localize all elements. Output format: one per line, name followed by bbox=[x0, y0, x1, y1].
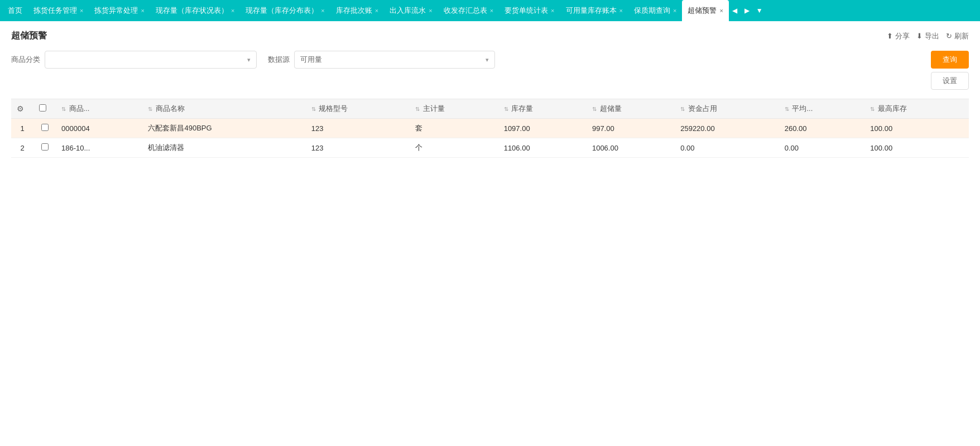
chevron-down-icon: ▾ bbox=[486, 56, 489, 64]
nav-next-arrow[interactable]: ▶ bbox=[741, 0, 753, 21]
export-button[interactable]: ⬇ 导出 bbox=[916, 31, 939, 41]
sort-icon: ⇅ bbox=[785, 106, 789, 112]
select-all-checkbox[interactable] bbox=[39, 104, 46, 112]
close-icon[interactable]: × bbox=[673, 7, 676, 14]
nav-order-stats[interactable]: 要货单统计表× bbox=[499, 0, 560, 21]
share-icon: ⬆ bbox=[887, 32, 893, 40]
cell-unit: 套 bbox=[410, 119, 498, 138]
refresh-button[interactable]: ↻ 刷新 bbox=[946, 31, 969, 41]
table-row: 1 0000004 六配套新昌490BPG 123 套 1097.00 997.… bbox=[11, 119, 969, 138]
sort-icon: ⇅ bbox=[870, 106, 875, 112]
close-icon[interactable]: × bbox=[429, 7, 432, 14]
sort-icon: ⇅ bbox=[148, 106, 152, 112]
row-checkbox[interactable] bbox=[41, 143, 49, 151]
cell-avg: 0.00 bbox=[779, 138, 865, 158]
close-icon[interactable]: × bbox=[321, 7, 324, 14]
title-actions: ⬆ 分享 ⬇ 导出 ↻ 刷新 bbox=[887, 31, 969, 41]
table-row: 2 186-10... 机油滤清器 123 个 1106.00 1006.00 … bbox=[11, 138, 969, 158]
sort-icon: ⇅ bbox=[311, 106, 316, 112]
nav-inout-flow[interactable]: 出入库流水× bbox=[384, 0, 438, 21]
cell-product-name: 六配套新昌490BPG bbox=[142, 119, 305, 138]
row-number: 1 bbox=[11, 119, 33, 138]
export-icon: ⬇ bbox=[916, 32, 923, 40]
cell-avg: 260.00 bbox=[779, 119, 865, 138]
close-icon[interactable]: × bbox=[619, 7, 623, 14]
nav-pick-exception[interactable]: 拣货异常处理× bbox=[89, 0, 150, 21]
data-table: ⚙ ⇅ 商品... ⇅ 商品名称 ⇅ 规格型号 ⇅ bbox=[11, 99, 969, 158]
col-product-code[interactable]: ⇅ 商品... bbox=[56, 99, 142, 119]
header-gear[interactable]: ⚙ bbox=[11, 99, 33, 119]
col-spec[interactable]: ⇅ 规格型号 bbox=[306, 99, 410, 119]
row-checkbox-cell[interactable] bbox=[33, 138, 56, 158]
cell-capital: 0.00 bbox=[675, 138, 779, 158]
page-title: 超储预警 bbox=[11, 30, 47, 42]
close-icon[interactable]: × bbox=[80, 7, 83, 14]
cell-stock: 1097.00 bbox=[498, 119, 587, 138]
nav-summary[interactable]: 收发存汇总表× bbox=[438, 0, 499, 21]
row-checkbox-cell[interactable] bbox=[33, 119, 56, 138]
cell-capital: 259220.00 bbox=[675, 119, 779, 138]
col-capital[interactable]: ⇅ 资金占用 bbox=[675, 99, 779, 119]
filter-row: 商品分类 ▾ 数据源 可用量 ▾ bbox=[11, 51, 922, 69]
nav-prev-arrow[interactable]: ◀ bbox=[729, 0, 741, 21]
refresh-icon: ↻ bbox=[946, 32, 952, 40]
nav-quality-query[interactable]: 保质期查询× bbox=[628, 0, 682, 21]
page-title-row: 超储预警 ⬆ 分享 ⬇ 导出 ↻ 刷新 bbox=[11, 30, 969, 42]
category-filter-group: 商品分类 ▾ bbox=[11, 51, 257, 69]
row-checkbox[interactable] bbox=[41, 124, 49, 131]
sort-icon: ⇅ bbox=[680, 106, 685, 112]
nav-stock-status[interactable]: 现存量（库存状况表）× bbox=[150, 0, 240, 21]
nav-overstock-warning[interactable]: 超储预警× bbox=[682, 0, 728, 21]
category-select[interactable]: ▾ bbox=[45, 51, 257, 69]
close-icon[interactable]: × bbox=[375, 7, 378, 14]
col-overstock[interactable]: ⇅ 超储量 bbox=[587, 99, 675, 119]
nav-pick-task[interactable]: 拣货任务管理× bbox=[28, 0, 89, 21]
settings-button[interactable]: 设置 bbox=[931, 72, 969, 90]
header-checkbox[interactable] bbox=[33, 99, 56, 119]
close-icon[interactable]: × bbox=[551, 7, 554, 14]
share-button[interactable]: ⬆ 分享 bbox=[887, 31, 910, 41]
close-icon[interactable]: × bbox=[231, 7, 234, 14]
datasource-select-value: 可用量 bbox=[300, 55, 322, 65]
sort-icon: ⇅ bbox=[504, 106, 508, 112]
cell-unit: 个 bbox=[410, 138, 498, 158]
sort-icon: ⇅ bbox=[415, 106, 420, 112]
cell-stock: 1106.00 bbox=[498, 138, 587, 158]
close-icon[interactable]: × bbox=[141, 7, 144, 14]
top-navigation: 首页 拣货任务管理× 拣货异常处理× 现存量（库存状况表）× 现存量（库存分布表… bbox=[0, 0, 980, 21]
col-unit[interactable]: ⇅ 主计量 bbox=[410, 99, 498, 119]
datasource-select[interactable]: 可用量 ▾ bbox=[294, 51, 495, 69]
cell-overstock: 997.00 bbox=[587, 119, 675, 138]
nav-stock-dist[interactable]: 现存量（库存分布表）× bbox=[240, 0, 330, 21]
query-button[interactable]: 查询 bbox=[931, 51, 969, 69]
col-stock[interactable]: ⇅ 库存量 bbox=[498, 99, 587, 119]
col-avg[interactable]: ⇅ 平均... bbox=[779, 99, 865, 119]
chevron-down-icon: ▾ bbox=[247, 56, 251, 64]
col-max-stock[interactable]: ⇅ 最高库存 bbox=[864, 99, 969, 119]
datasource-filter-group: 数据源 可用量 ▾ bbox=[268, 51, 495, 69]
row-number: 2 bbox=[11, 138, 33, 158]
table-header-row: ⚙ ⇅ 商品... ⇅ 商品名称 ⇅ 规格型号 ⇅ bbox=[11, 99, 969, 119]
close-icon[interactable]: × bbox=[719, 7, 723, 14]
nav-more-arrow[interactable]: ▼ bbox=[753, 0, 766, 21]
sort-icon: ⇅ bbox=[61, 106, 66, 112]
cell-max-stock: 100.00 bbox=[864, 138, 969, 158]
nav-available-stock[interactable]: 可用量库存账本× bbox=[560, 0, 628, 21]
cell-product-code: 186-10... bbox=[56, 138, 142, 158]
category-label: 商品分类 bbox=[11, 55, 40, 65]
nav-batch[interactable]: 库存批次账× bbox=[330, 0, 384, 21]
cell-product-code: 0000004 bbox=[56, 119, 142, 138]
page-content: 超储预警 ⬆ 分享 ⬇ 导出 ↻ 刷新 商品分类 bbox=[0, 21, 980, 446]
cell-max-stock: 100.00 bbox=[864, 119, 969, 138]
close-icon[interactable]: × bbox=[490, 7, 493, 14]
col-product-name[interactable]: ⇅ 商品名称 bbox=[142, 99, 305, 119]
cell-product-name: 机油滤清器 bbox=[142, 138, 305, 158]
cell-spec: 123 bbox=[306, 138, 410, 158]
sort-icon: ⇅ bbox=[592, 106, 597, 112]
nav-home[interactable]: 首页 bbox=[2, 0, 28, 21]
cell-spec: 123 bbox=[306, 119, 410, 138]
datasource-label: 数据源 bbox=[268, 55, 290, 65]
gear-icon[interactable]: ⚙ bbox=[17, 104, 24, 113]
cell-overstock: 1006.00 bbox=[587, 138, 675, 158]
